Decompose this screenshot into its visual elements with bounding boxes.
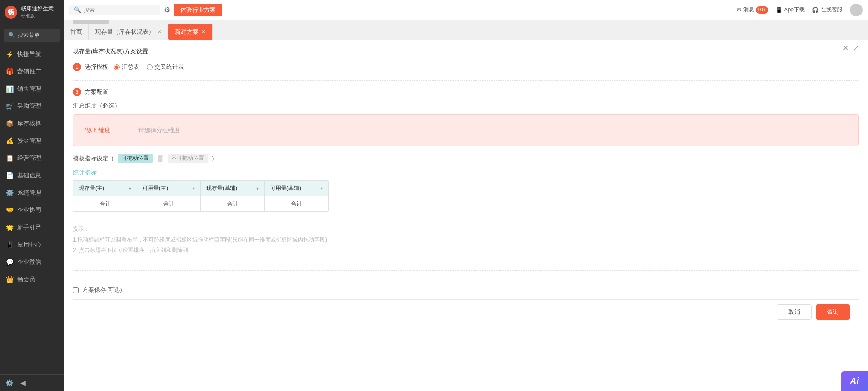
sidebar-item-label: 企业协同: [17, 206, 41, 214]
sidebar-item-quick-nav[interactable]: ⚡ 快捷导航: [0, 46, 64, 63]
sales-icon: 📊: [5, 85, 14, 93]
radio-cross-input[interactable]: [147, 64, 153, 70]
enterprise-icon: 🤝: [5, 206, 14, 214]
topbar-left: 🔍 ⚙ 体验行业方案: [69, 4, 732, 16]
sidebar-item-enterprise[interactable]: 🤝 企业协同: [0, 201, 64, 219]
tab-inventory[interactable]: 现存量（库存状况表） ✕: [89, 24, 168, 40]
stats-col-header-0[interactable]: 现存量(主) ▾: [73, 181, 137, 196]
sidebar-item-basic-info[interactable]: 📄 基础信息: [0, 167, 64, 184]
sidebar-item-label: 基础信息: [17, 171, 41, 180]
tips-area: 提示： 1.拖动标题栏可以调整布局，不可跨维度或指标区域拖动栏目字段(只能在同一…: [73, 221, 859, 261]
tab-new-plan[interactable]: 新建方案 ✕: [168, 24, 213, 40]
topbar-gear-icon[interactable]: ⚙: [164, 5, 170, 14]
sidebar-search-area[interactable]: 🔍 搜索菜单: [0, 25, 64, 46]
step1-title: 选择模板: [85, 63, 108, 71]
topbar-search-area[interactable]: 🔍: [69, 5, 160, 15]
message-icon: ✉: [737, 7, 741, 13]
search-menu-button[interactable]: 🔍 搜索菜单: [4, 29, 60, 42]
save-option: 方案保存(可选): [73, 280, 859, 299]
indicator-setting-suffix: ）: [211, 154, 217, 163]
step2-header: 2 方案配置: [73, 88, 859, 96]
radio-summary-label: 汇总表: [122, 63, 139, 71]
radio-cross-table[interactable]: 交叉统计表: [147, 63, 184, 71]
sidebar-item-system[interactable]: ⚙️ 系统管理: [0, 184, 64, 201]
save-checkbox[interactable]: [73, 287, 79, 293]
sidebar: 畅 畅康通好生意 标准版 🔍 搜索菜单 ⚡ 快捷导航 🎁 营销推广 📊 销售管理…: [0, 0, 64, 391]
step1-badge: 1: [73, 63, 81, 71]
step1-divider: [73, 80, 859, 81]
topbar-right: ✉ 消息 99+ 📱 App下载 🎧 在线客服: [737, 4, 863, 16]
app-edition: 标准版: [21, 13, 54, 19]
inventory-icon: 📦: [5, 119, 14, 128]
sidebar-item-label: 营销推广: [17, 67, 41, 76]
radio-summary-table[interactable]: 汇总表: [114, 63, 139, 71]
dimension-title: 汇总维度（必选）: [73, 102, 859, 110]
messages-badge: 99+: [756, 6, 768, 14]
topbar-search-icon: 🔍: [74, 6, 81, 13]
sidebar-item-member[interactable]: 👑 畅会员: [0, 271, 64, 288]
stats-section: 统计指标 现存量(主) ▾ 可用量(主) ▾: [73, 169, 859, 213]
expand-panel-button[interactable]: ⤢: [853, 44, 859, 52]
app-name: 畅康通好生意: [21, 5, 54, 13]
sidebar-item-label: 快捷导航: [17, 50, 41, 58]
close-panel-button[interactable]: ✕: [842, 44, 848, 52]
query-button[interactable]: 查询: [816, 304, 850, 320]
stats-col-header-3[interactable]: 可用量(基辅) ▾: [265, 181, 328, 196]
tab-inventory-label: 现存量（库存状况表）: [95, 28, 154, 36]
tab-home[interactable]: 首页: [64, 24, 89, 40]
stats-col-2: 现存量(基辅) ▾: [201, 181, 265, 196]
sidebar-item-purchase[interactable]: 🛒 采购管理: [0, 98, 64, 115]
wechat-icon: 💬: [5, 258, 14, 266]
tab-home-label: 首页: [70, 28, 82, 36]
sidebar-logo: 畅 畅康通好生意 标准版: [0, 0, 64, 25]
tab-new-plan-label: 新建方案: [175, 28, 199, 36]
sidebar-item-marketing[interactable]: 🎁 营销推广: [0, 63, 64, 80]
topbar-search-input[interactable]: [84, 7, 156, 13]
chevron-down-icon-0: ▾: [129, 186, 131, 191]
online-service-label: 在线客服: [821, 6, 842, 14]
settings-icon[interactable]: ⚙️: [5, 379, 13, 386]
user-avatar[interactable]: [850, 4, 863, 16]
search-menu-label: 搜索菜单: [18, 31, 40, 39]
radio-summary-input[interactable]: [114, 64, 120, 70]
sidebar-item-label: 销售管理: [17, 85, 41, 93]
stats-col-0: 现存量(主) ▾: [73, 181, 137, 196]
dimension-arrow: ——: [118, 127, 130, 134]
stats-col-name-3: 可用量(基辅): [270, 185, 301, 192]
phone-icon: 📱: [776, 7, 782, 13]
tips-item-1: 1.拖动标题栏可以调整布局，不可跨维度或指标区域拖动栏目字段(只能在同一维度或指…: [73, 236, 859, 244]
sidebar-item-inventory[interactable]: 📦 库存核算: [0, 115, 64, 132]
sidebar-item-wechat[interactable]: 💬 企业微信: [0, 253, 64, 271]
page-title: 现存量(库存状况表)方案设置: [73, 47, 859, 56]
sidebar-item-app-center[interactable]: 📱 应用中心: [0, 236, 64, 253]
sidebar-item-label: 资金管理: [17, 137, 41, 145]
topbar-online-service[interactable]: 🎧 在线客服: [812, 6, 842, 14]
ai-badge[interactable]: Ai: [841, 371, 868, 391]
sidebar-item-newbie[interactable]: 🌟 新手引导: [0, 219, 64, 236]
cancel-button[interactable]: 取消: [777, 304, 812, 320]
stats-col-name-2: 现存量(基辅): [206, 185, 237, 192]
experience-industry-button[interactable]: 体验行业方案: [174, 4, 222, 16]
tips-title: 提示：: [73, 225, 859, 233]
topbar-app-download[interactable]: 📱 App下载: [776, 6, 805, 14]
sidebar-item-sales[interactable]: 📊 销售管理: [0, 80, 64, 98]
stats-body-col-3: 合计: [265, 196, 328, 211]
topbar-messages[interactable]: ✉ 消息 99+: [737, 6, 768, 14]
indicator-setting: 模板指标设定（ 可拖动位置 ▓ 不可拖动位置 ）: [73, 154, 859, 163]
tab-inventory-close-icon[interactable]: ✕: [157, 29, 162, 35]
sidebar-item-label: 库存核算: [17, 119, 41, 128]
sidebar-item-label: 经营管理: [17, 154, 41, 162]
sidebar-item-business[interactable]: 📋 经营管理: [0, 149, 64, 167]
content-controls: ✕ ⤢: [842, 44, 859, 52]
quick-nav-icon: ⚡: [5, 50, 14, 58]
tabbar: 首页 现存量（库存状况表） ✕ 新建方案 ✕: [64, 24, 868, 40]
stats-col-name-1: 可用量(主): [143, 185, 168, 192]
tab-new-plan-close-icon[interactable]: ✕: [201, 29, 206, 35]
stats-col-header-2[interactable]: 现存量(基辅) ▾: [201, 181, 264, 196]
stats-col-header-1[interactable]: 可用量(主) ▾: [137, 181, 200, 196]
dimension-selection-area[interactable]: *纵向维度 —— 请选择分组维度: [73, 114, 859, 146]
collapse-icon[interactable]: ◀: [20, 379, 26, 386]
sidebar-item-finance[interactable]: 💰 资金管理: [0, 132, 64, 149]
service-icon: 🎧: [812, 7, 819, 13]
stats-body-col-0: 合计: [73, 196, 137, 211]
